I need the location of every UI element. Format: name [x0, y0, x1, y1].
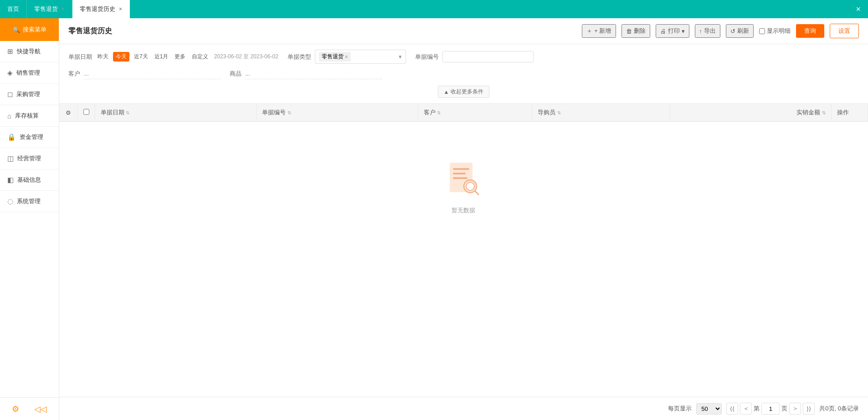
purchase-mgmt-icon: ◻ — [7, 90, 13, 98]
new-button[interactable]: ＋ + 新增 — [582, 24, 616, 38]
sidebar-item-label: 快捷导航 — [17, 47, 41, 56]
svg-rect-3 — [453, 177, 467, 179]
sort-icon-voucher-no[interactable]: ⇅ — [288, 110, 291, 115]
customer-input[interactable] — [84, 68, 221, 79]
th-voucher-no: 单据编号 ⇅ — [257, 104, 418, 122]
query-button[interactable]: 查询 — [796, 24, 824, 38]
svg-line-6 — [475, 191, 478, 195]
sidebar-item-sales-mgmt[interactable]: ◈ 销售管理 — [0, 62, 59, 84]
sidebar: 🔍 搜索菜单 ⊞ 快捷导航 ◈ 销售管理 ◻ 采购管理 ⌂ 库存核算 🔒 资金 — [0, 18, 59, 420]
first-page-button[interactable]: ⟨⟨ — [726, 403, 738, 415]
date-options: 昨天 今天 近7天 近1月 更多 自定义 — [96, 52, 210, 61]
tab-retail-return-history[interactable]: 零售退货历史 × — [72, 0, 130, 18]
per-page-label: 每页显示 — [668, 405, 692, 413]
display-detail[interactable]: 显示明细 — [759, 27, 791, 35]
page-number-input[interactable] — [761, 403, 780, 415]
voucher-no-group: 单据编号 — [415, 51, 534, 62]
tab-retail-return-close[interactable]: × — [62, 6, 65, 12]
sidebar-item-label: 库存核算 — [15, 112, 39, 120]
delete-label: 删除 — [634, 27, 646, 35]
sidebar-item-inventory[interactable]: ⌂ 库存核算 — [0, 105, 59, 127]
pagination-bar: 每页显示 10 20 50 100 ⟨⟨ ＜ 第 页 ＞ ⟩⟩ 共0页, 0条记… — [59, 397, 868, 420]
print-button[interactable]: 🖨 打印 ▾ — [656, 24, 689, 38]
th-guide: 导购员 ⇅ — [532, 104, 670, 122]
sort-icon-date[interactable]: ⇅ — [126, 110, 129, 115]
new-icon: ＋ — [586, 27, 592, 35]
date-option-7days[interactable]: 近7天 — [132, 52, 150, 61]
total-info: 共0页, 0条记录 — [819, 405, 859, 413]
goods-input[interactable] — [245, 68, 382, 79]
capital-mgmt-icon: 🔒 — [7, 133, 16, 141]
sidebar-item-purchase-mgmt[interactable]: ◻ 采购管理 — [0, 84, 59, 105]
data-table: ⚙ 单据日期 ⇅ 单据编号 ⇅ 客户 — [59, 104, 868, 251]
th-voucher-no-label: 单据编号 — [262, 109, 286, 116]
tab-home[interactable]: 首页 — [0, 0, 27, 18]
th-checkbox[interactable] — [77, 104, 95, 122]
sidebar-item-quick-nav[interactable]: ⊞ 快捷导航 — [0, 41, 59, 62]
th-amount-label: 实销金额 — [796, 109, 820, 116]
th-ops-label: 操作 — [837, 109, 849, 116]
tab-bar: 首页 零售退货 × 零售退货历史 × — [0, 0, 856, 18]
voucher-type-tag: 零售退货 × — [319, 52, 351, 61]
tab-retail-return[interactable]: 零售退货 × — [27, 0, 72, 18]
page-title: 零售退货历史 — [68, 26, 112, 36]
new-label: + 新增 — [594, 27, 611, 35]
collapse-button[interactable]: ▲ 收起更多条件 — [438, 86, 490, 98]
window-close-button[interactable]: × — [856, 5, 861, 14]
voucher-type-remove-icon[interactable]: × — [345, 54, 348, 60]
page-header: 零售退货历史 ＋ + 新增 🗑 删除 🖨 打印 ▾ ↑ 导出 — [59, 18, 868, 44]
sidebar-bottom: ⚙ ◁◁ — [0, 397, 59, 420]
prev-page-button[interactable]: ＜ — [740, 403, 752, 415]
sidebar-item-label: 销售管理 — [16, 69, 40, 77]
next-page-button[interactable]: ＞ — [789, 403, 801, 415]
sidebar-item-basic-info[interactable]: ◧ 基础信息 — [0, 169, 59, 191]
date-filter-label: 单据日期 — [68, 53, 92, 61]
sidebar-item-label: 采购管理 — [16, 90, 40, 98]
sidebar-item-operations[interactable]: ◫ 经营管理 — [0, 148, 59, 169]
sidebar-item-system-mgmt[interactable]: ◌ 系统管理 — [0, 191, 59, 212]
sidebar-item-capital-mgmt[interactable]: 🔒 资金管理 — [0, 127, 59, 148]
empty-text: 暂无数据 — [452, 206, 475, 215]
page-prefix-label: 第 — [754, 405, 760, 413]
date-option-yesterday[interactable]: 昨天 — [96, 52, 110, 61]
goods-filter-label: 商品 — [230, 70, 241, 78]
per-page-select[interactable]: 10 20 50 100 — [696, 403, 722, 415]
svg-point-5 — [466, 182, 474, 190]
voucher-no-input[interactable] — [442, 51, 534, 62]
table-header: ⚙ 单据日期 ⇅ 单据编号 ⇅ 客户 — [59, 104, 868, 122]
export-icon: ↑ — [699, 28, 703, 35]
print-dropdown-icon: ▾ — [682, 28, 685, 35]
settings-icon[interactable]: ⚙ — [12, 404, 19, 414]
date-option-1month[interactable]: 近1月 — [153, 52, 170, 61]
setting-button[interactable]: 设置 — [830, 24, 859, 38]
th-date: 单据日期 ⇅ — [95, 104, 257, 122]
setting-label: 设置 — [838, 27, 850, 34]
customer-filter-label: 客户 — [68, 70, 80, 78]
display-detail-checkbox[interactable] — [759, 28, 765, 34]
last-page-button[interactable]: ⟩⟩ — [803, 403, 815, 415]
sort-icon-amount[interactable]: ⇅ — [822, 110, 826, 115]
tab-retail-return-label: 零售退货 — [34, 5, 58, 13]
search-menu-button[interactable]: 🔍 搜索菜单 — [0, 18, 59, 41]
date-option-more[interactable]: 更多 — [173, 52, 187, 61]
select-all-checkbox[interactable] — [83, 109, 89, 115]
filter-area: 单据日期 昨天 今天 近7天 近1月 更多 自定义 2023-06-02 至 2… — [59, 44, 868, 104]
export-button[interactable]: ↑ 导出 — [695, 24, 721, 38]
delete-button[interactable]: 🗑 删除 — [621, 24, 650, 38]
empty-illustration — [443, 158, 484, 199]
th-settings[interactable]: ⚙ — [59, 104, 77, 122]
date-option-custom[interactable]: 自定义 — [190, 52, 210, 61]
refresh-icon: ↺ — [730, 28, 735, 35]
date-option-today[interactable]: 今天 — [113, 52, 129, 61]
tab-retail-return-history-close[interactable]: × — [119, 6, 122, 12]
sort-icon-customer[interactable]: ⇅ — [437, 110, 441, 115]
delete-icon: 🗑 — [626, 28, 632, 35]
th-date-label: 单据日期 — [101, 109, 124, 116]
sidebar-items: ⊞ 快捷导航 ◈ 销售管理 ◻ 采购管理 ⌂ 库存核算 🔒 资金管理 ◫ 经营管… — [0, 41, 59, 397]
sort-icon-guide[interactable]: ⇅ — [557, 110, 561, 115]
goods-filter-group: 商品 — [230, 68, 382, 79]
voucher-type-select[interactable]: 零售退货 × ▾ — [315, 50, 406, 64]
refresh-button[interactable]: ↺ 刷新 — [726, 24, 754, 38]
volume-icon[interactable]: ◁◁ — [34, 404, 47, 414]
th-customer-label: 客户 — [424, 109, 436, 116]
